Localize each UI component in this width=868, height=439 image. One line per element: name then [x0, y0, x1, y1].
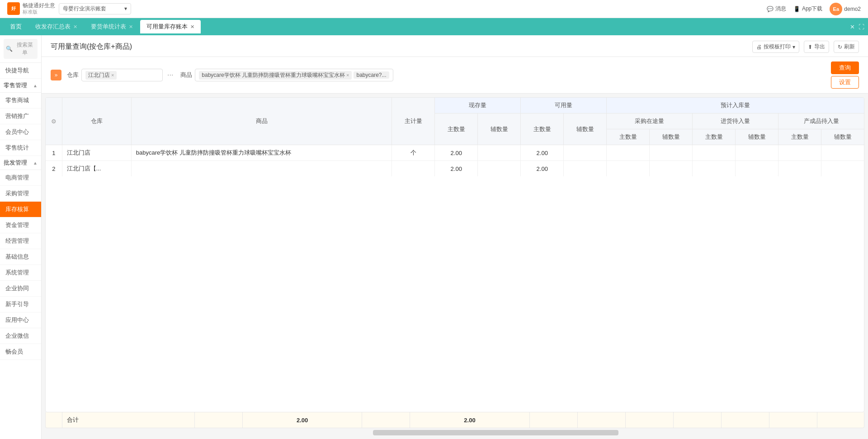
sidebar-item-xinshouyindao[interactable]: 新手引导: [0, 297, 41, 312]
sidebar-item-yingxiao[interactable]: 营销推广: [0, 109, 41, 124]
sidebar-item-zijin[interactable]: 资金管理: [0, 217, 41, 233]
nav-expand-icon[interactable]: ⛶: [859, 24, 864, 30]
sidebar-item-changhyuan[interactable]: 畅会员: [0, 344, 41, 360]
sidebar-section-lingshou[interactable]: 零售管理 ▲: [0, 79, 41, 93]
sidebar-item-lingshoutongji[interactable]: 零售统计: [0, 140, 41, 156]
expand-filter-btn[interactable]: »: [51, 70, 61, 80]
tab-keyongliang[interactable]: 可用量库存账本 ✕: [140, 20, 201, 33]
page-title: 可用量查询(按仓库+商品): [51, 42, 132, 52]
message-btn[interactable]: 💬 消息: [767, 5, 786, 13]
app-icon: 📱: [793, 6, 800, 12]
th-product-aux: 辅数量: [821, 129, 864, 145]
td-product-main: [778, 161, 821, 177]
sidebar-item-kucun[interactable]: 库存核算: [0, 202, 41, 217]
sidebar-item-dianshang[interactable]: 电商管理: [0, 170, 41, 186]
tab-yaohuo[interactable]: 要货单统计表 ✕: [85, 20, 139, 33]
print-label: 按模板打印: [764, 43, 791, 51]
td-incoming-aux: [736, 161, 778, 177]
logo-sub: 标准版: [23, 9, 55, 15]
page-actions: 🖨 按模板打印 ▾ ⬆ 导出 ↻ 刷新: [752, 41, 859, 53]
tab-yaohuo-label: 要货单统计表: [91, 23, 126, 31]
td-warehouse: 江北门店【...: [62, 161, 131, 177]
td-product-aux: [821, 145, 864, 161]
top-bar-left: 好 畅捷通好生意 标准版 母婴行业演示账套 ▾: [7, 2, 131, 15]
product-tag-1: babycare?...: [354, 71, 389, 79]
tab-home-label: 首页: [10, 23, 22, 31]
footer-available-aux: [529, 412, 577, 428]
warehouse-filter-ellipsis[interactable]: ···: [165, 71, 175, 79]
export-label: 导出: [814, 43, 825, 51]
scroll-bar-area[interactable]: [45, 430, 864, 435]
product-filter-tags[interactable]: babycare学饮杯 儿童防摔防撞吸管杯重力球吸嘴杯宝宝水杯 × babyca…: [195, 69, 393, 81]
th-main-unit: 主计量: [392, 98, 435, 145]
print-btn[interactable]: 🖨 按模板打印 ▾: [752, 41, 799, 53]
product-filter-label: 商品: [180, 71, 192, 79]
footer-row: 合计 2.00 2.00: [46, 412, 864, 428]
content-area: 可用量查询(按仓库+商品) 🖨 按模板打印 ▾ ⬆ 导出 ↻ 刷新 »: [42, 35, 868, 439]
sidebar-section-lingshou-label: 零售管理: [4, 81, 27, 90]
filter-bar: » 仓库 江北门店 × ··· 商品 babycare学饮杯 儿童防摔防撞吸管杯…: [42, 57, 868, 94]
warehouse-tag-close[interactable]: ×: [111, 72, 114, 78]
search-icon: 🔍: [6, 46, 13, 52]
th-settings: ⚙: [46, 98, 62, 145]
product-tag-close-0[interactable]: ×: [346, 72, 349, 78]
user-area[interactable]: Ea demo2: [830, 3, 861, 15]
table-settings-icon[interactable]: ⚙: [51, 118, 57, 125]
nav-close-icon[interactable]: ✕: [850, 24, 855, 30]
sidebar-lingshou-arrow: ▲: [33, 83, 38, 88]
sidebar-pifa-arrow: ▲: [33, 160, 38, 165]
footer-stock-main: 2.00: [243, 412, 362, 428]
sidebar-item-lingshoushangcheng[interactable]: 零售商城: [0, 93, 41, 109]
th-stock-group: 现存量: [435, 98, 521, 113]
td-available-aux: [564, 161, 607, 177]
logo-icon: 好: [7, 2, 20, 15]
td-purchase-main: [607, 145, 650, 161]
tab-yaohuo-close[interactable]: ✕: [129, 24, 133, 30]
sidebar-section-pifa[interactable]: 批发管理 ▲: [0, 156, 41, 170]
logo-text-area: 畅捷通好生意 标准版: [23, 2, 55, 15]
warehouse-filter-label: 仓库: [67, 71, 79, 79]
th-warehouse: 仓库: [62, 98, 131, 145]
sidebar-item-xitong[interactable]: 系统管理: [0, 265, 41, 281]
tab-shoufacun-close[interactable]: ✕: [73, 24, 77, 30]
sidebar-item-qiyexietong[interactable]: 企业协同: [0, 281, 41, 297]
app-download-btn[interactable]: 📱 App下载: [793, 5, 822, 13]
export-btn[interactable]: ⬆ 导出: [804, 41, 829, 53]
data-table: ⚙ 仓库 商品 主计量 现存量 可用量 预计入库量 主数量 辅数量 主数量 辅数…: [46, 98, 864, 176]
print-chevron: ▾: [793, 44, 795, 50]
sidebar-search-area: 🔍 搜索菜单: [0, 35, 41, 63]
td-product: [131, 161, 392, 177]
sidebar-item-jingying[interactable]: 经营管理: [0, 233, 41, 249]
sidebar-item-quicknav[interactable]: 快捷导航: [0, 63, 41, 79]
td-index: 1: [46, 145, 62, 161]
sidebar-item-qiyeweixin[interactable]: 企业微信: [0, 328, 41, 344]
tab-keyongliang-close[interactable]: ✕: [190, 24, 194, 30]
page-header: 可用量查询(按仓库+商品) 🖨 按模板打印 ▾ ⬆ 导出 ↻ 刷新: [42, 35, 868, 57]
td-available-main: 2.00: [521, 145, 564, 161]
tab-shoufacun[interactable]: 收发存汇总表 ✕: [29, 20, 84, 33]
sidebar-section-pifa-label: 批发管理: [4, 159, 27, 167]
td-warehouse: 江北门店: [62, 145, 131, 161]
warehouse-filter-group: 仓库 江北门店 × ···: [67, 69, 175, 81]
query-btn[interactable]: 查询: [831, 61, 859, 74]
settings-btn[interactable]: 设置: [831, 76, 859, 89]
th-incoming-group: 预计入库量: [607, 98, 864, 113]
sidebar-item-huiyuan[interactable]: 会员中心: [0, 124, 41, 140]
td-incoming-aux: [736, 145, 778, 161]
message-label: 消息: [775, 5, 786, 13]
product-tag-text-1: babycare?...: [356, 72, 386, 78]
tab-home[interactable]: 首页: [4, 20, 28, 33]
org-selector[interactable]: 母婴行业演示账套 ▾: [59, 3, 131, 14]
td-available-aux: [564, 145, 607, 161]
th-purchase-group: 采购在途量: [607, 113, 693, 129]
sidebar-item-yingyongzhongxin[interactable]: 应用中心: [0, 312, 41, 328]
td-stock-aux: [478, 145, 521, 161]
refresh-btn[interactable]: ↻ 刷新: [834, 41, 859, 53]
warehouse-filter-tags[interactable]: 江北门店 ×: [81, 69, 163, 81]
tab-shoufacun-label: 收发存汇总表: [35, 23, 71, 31]
td-purchase-aux: [650, 161, 693, 177]
scroll-bar-thumb: [373, 430, 619, 435]
sidebar-item-jichu[interactable]: 基础信息: [0, 249, 41, 265]
sidebar-search-btn[interactable]: 🔍 搜索菜单: [4, 39, 38, 59]
sidebar-item-caigou[interactable]: 采购管理: [0, 186, 41, 202]
